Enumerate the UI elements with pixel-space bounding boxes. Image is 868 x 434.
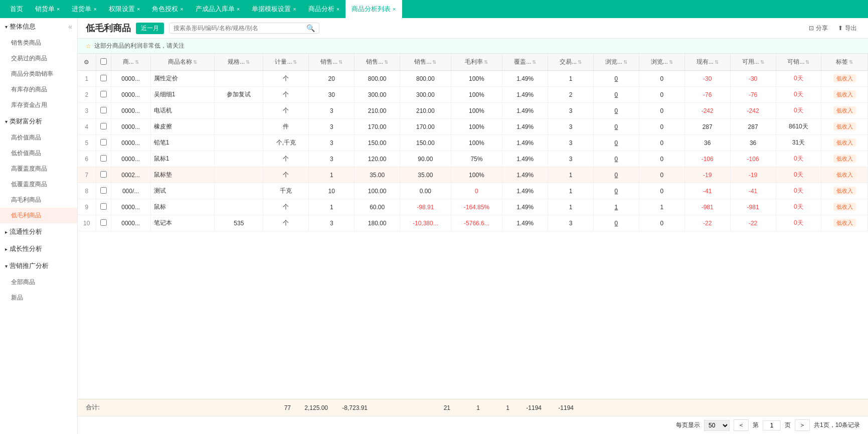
nav-home[interactable]: 首页 [4, 0, 29, 18]
row-checkbox[interactable] [100, 155, 107, 162]
col-settings[interactable]: ⚙ [78, 54, 96, 71]
search-input[interactable] [173, 25, 306, 32]
prev-page-button[interactable]: ＜ [734, 419, 749, 431]
col-available[interactable]: 可用...⇅ [730, 54, 776, 71]
cell-checkbox[interactable] [96, 183, 111, 199]
sidebar-group-wealth[interactable]: ▾ 类财富分析 [0, 113, 77, 130]
sidebar-group-growth[interactable]: ▸ 成长性分析 [0, 240, 77, 257]
cell-browse1[interactable]: 1 [594, 199, 639, 215]
nav-templates[interactable]: 单据模板设置× [246, 0, 302, 18]
col-code[interactable]: 商...⇅ [111, 54, 150, 71]
sidebar-item-high-coverage[interactable]: 高覆盖度商品 [0, 161, 77, 177]
cell-checkbox[interactable] [96, 151, 111, 167]
sidebar-item-sales-goods[interactable]: 销售类商品 [0, 35, 77, 51]
cell-checkbox[interactable] [96, 215, 111, 231]
close-roles-icon[interactable]: × [180, 6, 183, 12]
close-analysis-list-icon[interactable]: × [393, 6, 396, 12]
cell-coverage: 1.49% [502, 199, 548, 215]
sidebar-item-low-value[interactable]: 低价值商品 [0, 146, 77, 161]
select-all-checkbox[interactable] [100, 58, 107, 65]
col-sellable[interactable]: 可销...⇅ [776, 54, 821, 71]
cell-checkbox[interactable] [96, 167, 111, 183]
col-name[interactable]: 商品名称⇅ [150, 54, 215, 71]
tag-badge: 低收入 [833, 171, 856, 179]
col-spec[interactable]: 规格...⇅ [215, 54, 263, 71]
cell-checkbox[interactable] [96, 199, 111, 215]
col-gross-margin[interactable]: 毛利率⇅ [451, 54, 502, 71]
nav-analysis-list[interactable]: 商品分析列表× [345, 0, 402, 18]
row-checkbox[interactable] [100, 203, 107, 210]
close-sales-icon[interactable]: × [57, 6, 60, 12]
row-checkbox[interactable] [100, 219, 107, 226]
cell-checkbox[interactable] [96, 87, 111, 103]
sidebar-group-overall[interactable]: ▾ 整体信息 « [0, 18, 77, 35]
sidebar-item-high-value[interactable]: 高价值商品 [0, 130, 77, 146]
cell-sales-amount: 170.00 [355, 119, 400, 135]
nav-roles[interactable]: 角色授权× [146, 0, 189, 18]
row-checkbox[interactable] [100, 187, 107, 194]
date-filter-button[interactable]: 近一月 [136, 23, 164, 34]
col-transaction[interactable]: 交易...⇅ [548, 54, 594, 71]
nav-purchase[interactable]: 进货单× [66, 0, 102, 18]
cell-browse1[interactable]: 0 [594, 151, 639, 167]
row-checkbox[interactable] [100, 123, 107, 129]
col-tag[interactable]: 标签⇅ [821, 54, 868, 71]
cell-browse1[interactable]: 0 [594, 135, 639, 151]
close-analysis-icon[interactable]: × [336, 6, 339, 12]
col-sales-amount[interactable]: 销售...⇅ [355, 54, 400, 71]
page-size-select[interactable]: 50 100 200 [704, 420, 730, 431]
col-browse1[interactable]: 浏览...⇅ [594, 54, 639, 71]
cell-browse1[interactable]: 0 [594, 215, 639, 231]
row-checkbox[interactable] [100, 107, 107, 113]
row-checkbox[interactable] [100, 75, 107, 81]
row-checkbox[interactable] [100, 91, 107, 97]
col-current-stock[interactable]: 现有...⇅ [684, 54, 730, 71]
cell-browse1[interactable]: 0 [594, 167, 639, 183]
close-templates-icon[interactable]: × [293, 6, 296, 12]
col-checkbox[interactable] [96, 54, 111, 71]
close-purchase-icon[interactable]: × [93, 6, 96, 12]
cell-transaction: 3 [548, 119, 594, 135]
export-button[interactable]: ⬆ 导出 [835, 23, 860, 34]
cell-checkbox[interactable] [96, 135, 111, 151]
sidebar-item-high-margin[interactable]: 高毛利商品 [0, 192, 77, 208]
col-sales-qty[interactable]: 销售...⇅ [309, 54, 355, 71]
cell-checkbox[interactable] [96, 119, 111, 135]
nav-analysis[interactable]: 商品分析× [302, 0, 345, 18]
sidebar-item-low-coverage[interactable]: 低覆盖度商品 [0, 177, 77, 192]
row-checkbox[interactable] [100, 139, 107, 146]
col-unit[interactable]: 计量...⇅ [263, 54, 309, 71]
nav-products[interactable]: 产成品入库单× [190, 0, 246, 18]
cell-browse1[interactable]: 0 [594, 103, 639, 119]
page-input[interactable] [763, 420, 781, 430]
col-browse2[interactable]: 浏览...⇅ [639, 54, 684, 71]
sidebar-item-stocked-goods[interactable]: 有库存的商品 [0, 82, 77, 97]
cell-browse1[interactable]: 0 [594, 183, 639, 199]
sidebar-group-liquidity[interactable]: ▸ 流通性分析 [0, 223, 77, 240]
close-permissions-icon[interactable]: × [137, 6, 140, 12]
row-checkbox[interactable] [100, 171, 107, 178]
sidebar-group-marketing[interactable]: ▾ 营销推广分析 [0, 257, 77, 274]
sidebar-item-category-rate[interactable]: 商品分类助销率 [0, 66, 77, 82]
sidebar-item-new-goods[interactable]: 新品 [0, 290, 77, 306]
search-icon[interactable]: 🔍 [306, 24, 315, 32]
cell-browse1[interactable]: 0 [594, 119, 639, 135]
next-page-button[interactable]: ＞ [795, 419, 810, 431]
sidebar-item-stock-capital[interactable]: 库存资金占用 [0, 97, 77, 113]
cell-checkbox[interactable] [96, 71, 111, 87]
sidebar-item-low-margin[interactable]: 低毛利商品 [0, 208, 77, 223]
close-products-icon[interactable]: × [237, 6, 240, 12]
cell-browse1[interactable]: 0 [594, 71, 639, 87]
share-button[interactable]: ⊡ 分享 [806, 23, 831, 34]
cell-unit: 个 [263, 151, 309, 167]
nav-sales[interactable]: 销货单× [29, 0, 66, 18]
cell-browse1[interactable]: 0 [594, 87, 639, 103]
sidebar-item-traded-goods[interactable]: 交易过的商品 [0, 51, 77, 66]
cell-spec: 参加复试 [215, 87, 263, 103]
collapse-overall-icon[interactable]: « [68, 23, 72, 31]
cell-checkbox[interactable] [96, 103, 111, 119]
sidebar-item-all-goods[interactable]: 全部商品 [0, 274, 77, 290]
col-coverage[interactable]: 覆盖...⇅ [502, 54, 548, 71]
nav-permissions[interactable]: 权限设置× [103, 0, 146, 18]
col-sales-profit[interactable]: 销售...⇅ [400, 54, 451, 71]
